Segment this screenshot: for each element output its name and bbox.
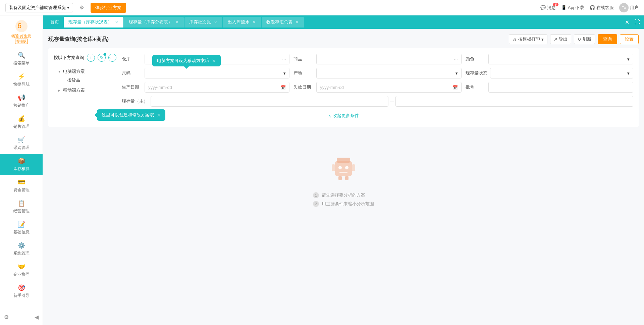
sales-icon: 💰	[18, 115, 25, 122]
tab-close-batch-account[interactable]: ✕	[213, 20, 218, 24]
tab-stock-status[interactable]: 现存量（库存状况表） ✕	[64, 17, 123, 28]
tree-item-mobile[interactable]: ▶ 移动端方案	[54, 86, 116, 95]
sidebar-settings-btn[interactable]: ⚙	[3, 313, 10, 322]
empty-step-1: 1 请先选择要分析的方案	[313, 192, 374, 198]
sidebar-item-enterprise[interactable]: 🤝 企业协同	[0, 260, 43, 281]
sidebar-item-guide[interactable]: 🎯 新手引导	[0, 281, 43, 302]
goods-label: 商品	[293, 56, 314, 62]
tab-close-recv-summary[interactable]: ✕	[294, 20, 299, 24]
edit-icon: ✎	[100, 55, 104, 60]
tab-close-stock-dist[interactable]: ✕	[174, 20, 179, 24]
produce-date-label: 生产日期	[122, 84, 142, 90]
tree-item-sub[interactable]: 按货品	[62, 76, 116, 85]
tabs-fullscreen-btn[interactable]: ⛶	[633, 18, 641, 26]
batch-field: 批号	[466, 82, 633, 93]
sidebar-item-finance[interactable]: 💳 资金管理	[0, 175, 43, 196]
size-field: 尺码 ▾	[122, 68, 289, 78]
logo-text: 畅通·好生意	[11, 34, 31, 39]
batch-input[interactable]	[488, 82, 633, 93]
stock-from-input[interactable]	[151, 96, 388, 107]
sidebar-label: 销售管理	[13, 124, 30, 129]
empty-steps: 1 请先选择要分析的方案 2 用过滤条件来缩小分析范围	[313, 192, 374, 207]
bell-icon: 💬	[540, 5, 546, 10]
back-btn[interactable]: ⟵	[108, 54, 116, 62]
export-btn[interactable]: ↗ 导出	[550, 34, 571, 44]
tooltip-close-1[interactable]: ✕	[212, 58, 216, 63]
set-btn[interactable]: 设置	[620, 34, 639, 44]
produce-date-input[interactable]: yyyy-mm-dd 📅	[145, 82, 289, 93]
size-select[interactable]: ▾	[145, 68, 289, 78]
stock-to-input[interactable]	[395, 96, 633, 107]
add-scheme-btn[interactable]: +	[87, 54, 95, 62]
tab-close-in-out-flow[interactable]: ✕	[252, 20, 256, 24]
query-btn[interactable]: 查询	[598, 34, 617, 44]
sidebar-item-sales[interactable]: 💰 销售管理	[0, 112, 43, 133]
notice-item[interactable]: 💬 消息 9	[540, 5, 556, 11]
edit-scheme-btn[interactable]: ✎	[98, 54, 106, 62]
online-support[interactable]: 🎧 在线客服	[590, 5, 614, 11]
tabs-right: ✕ ⛶	[624, 18, 641, 27]
top-bar-left: 装备及固定资产辅助管理系统 ▾ ⚙ 体验行业方案	[5, 3, 126, 13]
refresh-icon: ↻	[578, 37, 581, 42]
tabs-bar: 首页 现存量（库存状况表） ✕ 现存量（库存分布表） ✕ 库存批次账 ✕ 出入库…	[43, 15, 644, 29]
collapse-btn[interactable]: ∧ 收起更多条件	[328, 113, 359, 119]
user-profile[interactable]: Ea 用户	[619, 3, 639, 12]
sidebar-item-basic-info[interactable]: 📝 基础信息	[0, 217, 43, 238]
expire-date-input[interactable]: yyyy-mm-dd 📅	[316, 82, 461, 93]
tooltip-text2: 这里可以创建和修改方案哦	[102, 112, 154, 118]
svg-rect-6	[339, 172, 347, 173]
tree-child-sub: 按货品	[54, 76, 116, 85]
range-separator: —	[390, 99, 394, 104]
notice-badge: 9	[553, 3, 558, 6]
sidebar-label: 营销推广	[13, 103, 30, 108]
marketing-icon: 📢	[18, 94, 25, 101]
tab-stock-dist[interactable]: 现存量（库存分布表） ✕	[124, 17, 184, 28]
warehouse-label: 仓库	[122, 56, 142, 62]
tooltip-arrow-left	[95, 113, 97, 117]
sidebar-item-quick-nav[interactable]: ⚡ 快捷导航	[0, 69, 43, 91]
color-select[interactable]: ▾	[488, 54, 633, 64]
settings-icon[interactable]: ⚙	[77, 3, 87, 12]
system-selector[interactable]: 装备及固定资产辅助管理系统 ▾	[5, 3, 73, 12]
sidebar-collapse-btn[interactable]: ◀	[33, 313, 40, 322]
tab-close-stock-status[interactable]: ✕	[114, 20, 119, 24]
main-layout: 6 畅通·好生意 标准版 🔍 搜索菜单 ⚡ 快捷导航 📢 营销推广	[0, 15, 644, 325]
chevron-up-icon: ∧	[328, 113, 331, 118]
basic-info-icon: 📝	[18, 221, 25, 228]
sidebar-label: 系统管理	[13, 251, 30, 256]
origin-select[interactable]: ▾	[316, 68, 461, 78]
stock-status-label: 现存量状态	[466, 70, 487, 76]
sidebar: 6 畅通·好生意 标准版 🔍 搜索菜单 ⚡ 快捷导航 📢 营销推广	[0, 15, 43, 325]
tab-batch-account[interactable]: 库存批次账 ✕	[184, 17, 222, 28]
sidebar-item-search-menu[interactable]: 🔍 搜索菜单	[0, 48, 43, 69]
tab-home[interactable]: 首页	[46, 19, 64, 25]
sidebar-item-purchase[interactable]: 🛒 采购管理	[0, 133, 43, 154]
top-bar: 装备及固定资产辅助管理系统 ▾ ⚙ 体验行业方案 💬 消息 9 📱 App下载 …	[0, 0, 644, 15]
sidebar-label: 库存核算	[13, 166, 30, 172]
produce-date-field: 生产日期 yyyy-mm-dd 📅	[122, 82, 289, 93]
svg-rect-9	[338, 176, 342, 180]
refresh-btn[interactable]: ↻ 刷新	[574, 34, 595, 44]
print-btn[interactable]: 🖨 按模板打印 ▾	[509, 34, 547, 44]
sidebar-item-marketing[interactable]: 📢 营销推广	[0, 91, 43, 112]
stock-status-select[interactable]: ▾	[490, 68, 633, 78]
tab-recv-summary[interactable]: 收发存汇总表 ✕	[262, 17, 304, 28]
purchase-icon: 🛒	[18, 136, 25, 144]
industry-btn[interactable]: 体验行业方案	[91, 3, 126, 13]
sidebar-label: 企业协同	[13, 272, 30, 277]
tab-in-out-flow[interactable]: 出入库流水 ✕	[223, 17, 261, 28]
goods-select[interactable]: ···	[316, 54, 461, 64]
sidebar-item-system[interactable]: ⚙️ 系统管理	[0, 238, 43, 260]
goods-field: 商品 ···	[293, 54, 461, 64]
tabs-close-all-btn[interactable]: ✕	[624, 18, 631, 27]
sidebar-item-inventory[interactable]: 📦 库存核算	[0, 154, 43, 175]
app-download[interactable]: 📱 App下载	[561, 5, 584, 11]
svg-rect-2	[335, 161, 352, 176]
content-area: 首页 现存量（库存状况表） ✕ 现存量（库存分布表） ✕ 库存批次账 ✕ 出入库…	[43, 15, 644, 325]
tree-item-pc[interactable]: ▼ 电脑端方案	[54, 67, 116, 76]
scheme-section: 按以下方案查询 + ✎ ⟵	[54, 54, 116, 97]
guide-icon: 🎯	[18, 284, 25, 291]
sidebar-item-operations[interactable]: 📋 经营管理	[0, 196, 43, 217]
color-field: 颜色 ▾	[466, 54, 633, 64]
tooltip-close-2[interactable]: ✕	[157, 112, 161, 118]
